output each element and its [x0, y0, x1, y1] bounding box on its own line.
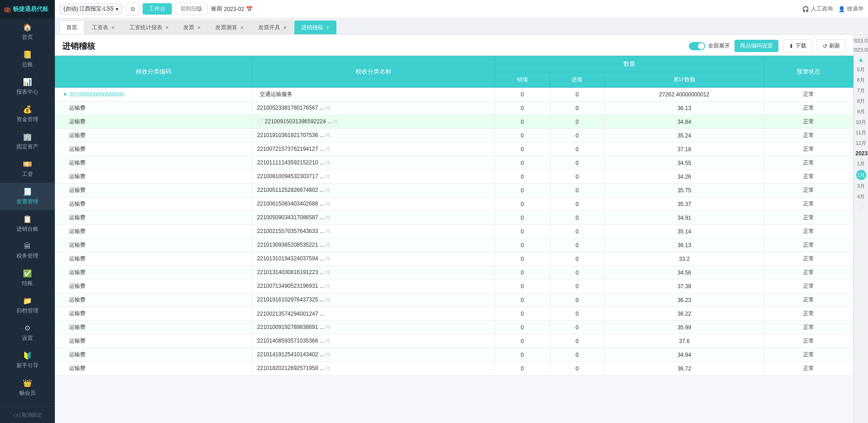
table-row: 运输费 22100511252826674802 ... 吨 0 0 35.75… [55, 184, 853, 197]
sidebar-item-guide[interactable]: 🔰 新手引导 [0, 347, 55, 374]
download-button[interactable]: ⬇ 下载 [783, 39, 812, 53]
tab-bar: 首页 工资表 ✕ 工资统计报表 ✕ 发票 ✕ 发票测算 ✕ 发票开具 ✕ 进销稽… [55, 18, 868, 35]
th-quantity: 数量 [495, 56, 764, 72]
sidebar-item-invoice[interactable]: 🧾 发票管理 [0, 183, 55, 210]
sidebar-item-label: 发票管理 [16, 198, 38, 206]
sidebar-item-member[interactable]: 👑 畅会员 [0, 374, 55, 402]
table-row: 运输费 22101309365208535221 ... 吨 0 0 36.13… [55, 238, 853, 252]
workbench-button[interactable]: 工作台 [143, 3, 172, 15]
cell-invoice: 22100511252826674802 ... 吨 [252, 184, 495, 197]
cell-purchase: 0 [550, 156, 605, 170]
tab-invoice[interactable]: 发票 ✕ [176, 21, 208, 34]
switch-old-button[interactable]: 切到旧版 [176, 3, 208, 15]
sidebar-item-home[interactable]: 🏠 首页 [0, 18, 55, 46]
cell-cumulative: 36.72 [604, 362, 764, 375]
sidebar-unpin[interactable]: ◁◁ 取消固定 [0, 407, 55, 423]
toggle-switch[interactable] [689, 42, 705, 50]
right-panel-month-2-current[interactable]: 2月 [856, 170, 866, 180]
sidebar-item-reports[interactable]: 📊 报表中心 [0, 73, 55, 100]
sidebar-item-archive[interactable]: 📁 归档管理 [0, 292, 55, 319]
right-panel-month-12[interactable]: 12月 [855, 138, 868, 148]
right-panel-month-1[interactable]: 1月 [855, 159, 868, 169]
tab-close-icon[interactable]: ✕ [111, 25, 115, 30]
home-icon: 🏠 [23, 23, 32, 32]
cell-status: 正常 [764, 184, 853, 197]
copy-button[interactable]: ⧉ [126, 3, 139, 16]
right-panel-month-4[interactable]: 4月 [855, 192, 868, 201]
refresh-label: 刷新 [829, 42, 840, 50]
table-row: 运输费 22100523381780176567 ... 吨 0 0 36.13… [55, 101, 853, 115]
cell-invoice: 22101309365208535221 ... 吨 [252, 238, 495, 252]
cell-status: 正常 [764, 170, 853, 184]
cell-invoice: 22101111143592152210 ... 吨 [252, 156, 495, 170]
sidebar-item-salary[interactable]: 💴 工资 [0, 155, 55, 183]
cell-sales: 0 [495, 238, 550, 252]
username-label: 徐涤华 [847, 5, 863, 13]
tab-close-icon[interactable]: ✕ [283, 25, 287, 30]
sidebar-item-sales-ledger[interactable]: 📋 进销台账 [0, 210, 55, 238]
calendar-icon[interactable]: 📅 [246, 6, 253, 12]
tab-home[interactable]: 首页 [59, 21, 84, 34]
right-panel-month-9[interactable]: 9月 [855, 107, 868, 116]
sidebar-item-label: 总账 [22, 61, 33, 69]
main-area: (勿动) 江西报宝-LSS ▾ ⧉ 工作台 切到旧版 账期 2023-02 📅 … [55, 0, 868, 423]
refresh-button[interactable]: ↺ 刷新 [817, 39, 846, 53]
cell-purchase: 0 [550, 334, 605, 348]
right-panel-month-11[interactable]: 11月 [855, 128, 868, 137]
expand-icon[interactable]: ▼ 301000000000000000 [63, 91, 124, 98]
tab-close-icon[interactable]: ✕ [165, 25, 169, 30]
tab-close-icon[interactable]: ✕ [326, 25, 330, 30]
cell-invoice: 22101408593571035366 ... 吨 [252, 334, 495, 348]
sidebar-item-close[interactable]: ✅ 结账 [0, 264, 55, 292]
sidebar-item-assets[interactable]: 🏢 固定资产 [0, 128, 55, 155]
invoice-icon: 🧾 [23, 187, 32, 196]
cell-purchase: 0 [550, 293, 605, 307]
right-panel-month-7[interactable]: 7月 [855, 86, 868, 95]
tab-salary-report[interactable]: 工资统计报表 ✕ [122, 21, 176, 34]
support-button[interactable]: 🎧 人工咨询 [802, 5, 833, 13]
th-status: 预警状态 [764, 56, 853, 88]
right-panel-month-8[interactable]: 8月 [855, 96, 868, 106]
tab-invoice-issue[interactable]: 发票开具 ✕ [251, 21, 293, 34]
period-label: 账期 [211, 5, 222, 13]
cell-name: 运输费 [55, 156, 252, 170]
right-panel-month-5[interactable]: 5月 [855, 65, 868, 74]
cell-sales: 0 [495, 101, 550, 115]
sidebar-item-ledger[interactable]: 📒 总账 [0, 46, 55, 73]
cell-sales: 0 [495, 143, 550, 156]
right-panel-month-3[interactable]: 3月 [855, 181, 868, 191]
commodity-settings-button[interactable]: 商品编码设置 [735, 40, 778, 52]
cell-status: 正常 [764, 307, 853, 321]
right-panel-month-10[interactable]: 10月 [855, 117, 868, 127]
cell-cumulative: 37.6 [604, 334, 764, 348]
cell-status: 正常 [764, 362, 853, 375]
tab-invoice-calc[interactable]: 发票测算 ✕ [208, 21, 250, 34]
tab-close-icon[interactable]: ✕ [240, 25, 244, 30]
expand-toggle[interactable]: 全部展开 [689, 42, 730, 50]
reports-icon: 📊 [23, 78, 32, 86]
cell-cumulative: 36.13 [604, 238, 764, 252]
th-tax-name: 税收分类名称 [252, 56, 495, 88]
cell-sales: 0 [495, 321, 550, 334]
user-button[interactable]: 👤 徐涤华 [838, 5, 863, 13]
sidebar-item-label: 资金管理 [16, 116, 38, 123]
cell-status: 正常 [764, 225, 853, 238]
cell-purchase: 0 [550, 143, 605, 156]
refresh-icon: ↺ [823, 43, 827, 49]
cell-sales: 0 [495, 129, 550, 143]
right-panel-month-6[interactable]: 6月 [855, 75, 868, 85]
tab-salary-table[interactable]: 工资表 ✕ [85, 21, 122, 34]
tab-close-icon[interactable]: ✕ [197, 25, 201, 30]
cell-status: 正常 [764, 266, 853, 280]
sidebar-item-settings[interactable]: ⚙ 设置 [0, 319, 55, 347]
ledger-icon: 📒 [23, 50, 32, 59]
sidebar-item-tax[interactable]: 🏛 税务管理 [0, 238, 55, 264]
panel-arrow-up[interactable]: ▲ [857, 55, 865, 64]
company-dropdown-icon: ▾ [116, 6, 118, 12]
sidebar-item-label: 畅会员 [19, 389, 36, 397]
sales-ledger-icon: 📋 [23, 215, 32, 223]
cell-invoice: 22100713490523196931 ... 吨 [252, 280, 495, 293]
tab-sales-audit[interactable]: 进销稽核 ✕ [294, 21, 336, 34]
company-selector[interactable]: (勿动) 江西报宝-LSS ▾ [59, 3, 122, 15]
sidebar-item-finance[interactable]: 💰 资金管理 [0, 100, 55, 128]
